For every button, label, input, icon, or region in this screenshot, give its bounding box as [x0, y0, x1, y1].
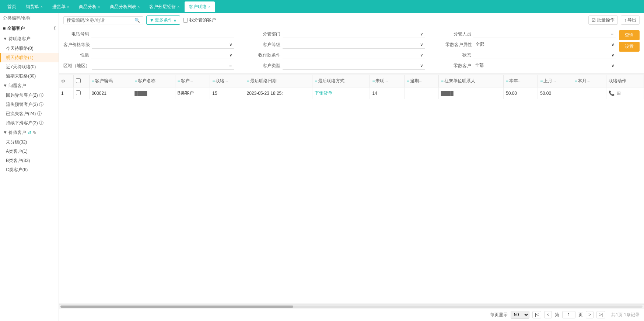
- sidebar-item-c-class[interactable]: C类客户(6): [0, 165, 59, 175]
- my-customers-toggle[interactable]: 我分管的客户: [183, 17, 216, 23]
- customer-level-select[interactable]: ∨: [283, 41, 425, 49]
- nav-purchase-order[interactable]: 进货单 ×: [48, 1, 74, 12]
- filter-retail-attr: 零散客户属性 全部 ∨: [445, 40, 616, 49]
- row-customer-type: B类客户: [175, 87, 210, 99]
- status-select[interactable]: ∨: [473, 51, 616, 59]
- refresh-icon[interactable]: ↺: [28, 130, 31, 135]
- sidebar-item-repurchase-abnormal[interactable]: 回购异常客户(2) ⓘ: [0, 91, 59, 100]
- settings-button[interactable]: 设置: [619, 42, 640, 52]
- my-customers-checkbox[interactable]: [183, 18, 188, 23]
- sidebar-item-a-class[interactable]: A类客户(1): [0, 147, 59, 156]
- customer-type-select[interactable]: ∨: [283, 62, 425, 70]
- prev-page-button[interactable]: <: [544, 311, 552, 318]
- per-page-select[interactable]: 50 100 200: [511, 311, 529, 319]
- close-icon[interactable]: ×: [67, 5, 69, 9]
- page-input[interactable]: [562, 311, 575, 318]
- filter-nature: 性质 ∨: [63, 51, 234, 59]
- chevron-down-icon: ∨: [611, 42, 615, 47]
- chevron-down-icon: ∨: [420, 31, 423, 37]
- last-page-button[interactable]: >|: [596, 311, 605, 318]
- price-level-select[interactable]: ∨: [92, 41, 234, 49]
- col-last-contact-method: ≡最后联络方式: [312, 75, 370, 87]
- sidebar-group-problem[interactable]: ▼ 问题客户: [0, 81, 59, 91]
- nav-customer-contact[interactable]: 客户联络 ×: [185, 1, 215, 12]
- gear-icon[interactable]: ⚙: [61, 79, 65, 84]
- dots-icon: ···: [611, 31, 615, 37]
- sidebar-search-input[interactable]: [3, 15, 58, 21]
- chevron-down-icon: ∨: [611, 63, 615, 68]
- close-icon[interactable]: ×: [177, 5, 179, 9]
- more-conditions-button[interactable]: ▼ 更多条件 ▲: [146, 15, 180, 25]
- nav-home[interactable]: 首页: [3, 1, 21, 12]
- row-code: 000021: [89, 87, 132, 99]
- batch-ops-button[interactable]: ☑ 批量操作: [588, 15, 618, 25]
- dept-select[interactable]: ∨: [283, 30, 425, 38]
- grid-icon[interactable]: ⊞: [617, 90, 621, 96]
- row-last-contact-method[interactable]: 下销货单: [312, 87, 370, 99]
- col-actions: 联络动作: [606, 75, 644, 87]
- region-select[interactable]: ···: [92, 62, 234, 70]
- phone-input[interactable]: [91, 30, 234, 38]
- retail-customer-select[interactable]: 全部 ∨: [473, 61, 616, 70]
- horizontal-scrollbar[interactable]: [59, 304, 644, 308]
- person-select[interactable]: ···: [473, 30, 616, 38]
- payment-select[interactable]: ∨: [283, 51, 425, 59]
- row-contact-count: 15: [210, 87, 244, 99]
- sidebar-group-pending[interactable]: ▼ 待联络客户: [0, 34, 59, 44]
- nature-select[interactable]: ∨: [91, 51, 234, 59]
- sidebar-item-churn-warning[interactable]: 流失预警客户(3) ⓘ: [0, 100, 59, 109]
- col-this-year: ≡本年...: [504, 75, 538, 87]
- sidebar-item-tomorrow[interactable]: 明天待联络(1): [0, 53, 59, 62]
- phone-icon[interactable]: 📞: [609, 90, 615, 96]
- sidebar-item-ungrouped[interactable]: 未分组(32): [0, 138, 59, 147]
- top-nav: 首页 销货单 × 进货单 × 商品分析 × 商品分析列表 × 客户分层经营 × …: [0, 0, 644, 13]
- search-input[interactable]: [67, 18, 133, 23]
- chevron-down-icon: ∨: [420, 63, 423, 68]
- close-icon[interactable]: ×: [41, 5, 43, 9]
- sidebar-search-area: 🔍: [0, 13, 59, 23]
- nav-product-analysis-list[interactable]: 商品分析列表 ×: [105, 1, 144, 12]
- filter-row-2: 客户价格等级 ∨ 客户等级 ∨: [63, 40, 616, 49]
- sidebar-all-customers[interactable]: ■ 全部客户 《: [0, 23, 59, 34]
- scrollbar-thumb[interactable]: [60, 306, 293, 308]
- edit-icon[interactable]: ✎: [33, 130, 36, 135]
- sidebar-group-value[interactable]: ▼ 价值客户 ↺ ✎: [0, 128, 59, 138]
- col-unit-contact: ≡往来单位联系人: [438, 75, 503, 87]
- scrollbar-track[interactable]: [60, 306, 643, 308]
- close-icon[interactable]: ×: [138, 5, 140, 9]
- row-checkbox[interactable]: [73, 87, 89, 99]
- filter-customer-level: 客户等级 ∨: [255, 41, 425, 49]
- checkbox-icon: ☑: [592, 18, 596, 23]
- dots-icon: ···: [229, 63, 232, 68]
- col-last-month: ≡上月...: [538, 75, 572, 87]
- row-this-month: [572, 87, 606, 99]
- sidebar-item-today[interactable]: 今天待联络(0): [0, 44, 59, 53]
- select-all-checkbox[interactable]: [76, 78, 81, 83]
- sidebar-item-declining[interactable]: 持续下滑客户(2) ⓘ: [0, 118, 59, 128]
- search-icon[interactable]: 🔍: [134, 18, 140, 23]
- filter-status: 状态 ∨: [445, 51, 616, 59]
- filter-dept: 分管部门 ∨: [255, 30, 425, 38]
- nav-product-analysis[interactable]: 商品分析 ×: [74, 1, 105, 12]
- export-button[interactable]: ↑ 导出: [621, 15, 640, 25]
- nav-customer-layered[interactable]: 客户分层经营 ×: [145, 1, 184, 12]
- close-icon[interactable]: ×: [208, 5, 210, 9]
- sidebar-item-b-class[interactable]: B类客户(33): [0, 156, 59, 165]
- col-settings[interactable]: ⚙: [59, 75, 73, 87]
- sidebar-item-7days[interactable]: 近7天待联络(0): [0, 62, 59, 72]
- sidebar-item-churned[interactable]: 已流失客户(24) ⓘ: [0, 109, 59, 118]
- row-last-month: 50.00: [538, 87, 572, 99]
- nav-sales-order[interactable]: 销货单 ×: [21, 1, 47, 12]
- close-icon[interactable]: ×: [98, 5, 100, 9]
- filter-phone: 电话号码: [63, 30, 234, 38]
- next-page-button[interactable]: >: [586, 311, 594, 318]
- export-icon: ↑: [624, 18, 626, 23]
- first-page-button[interactable]: |<: [532, 311, 541, 318]
- filter-retail-customer: 零散客户 全部 ∨: [445, 61, 616, 70]
- row-no: 1: [59, 87, 73, 99]
- sidebar-item-overdue[interactable]: 逾期未联络(30): [0, 72, 59, 81]
- col-checkbox[interactable]: [73, 75, 89, 87]
- content-area: 🔍 ▼ 更多条件 ▲ 我分管的客户 ☑ 批量操作 ↑ 导出: [59, 13, 644, 321]
- query-button[interactable]: 查询: [619, 30, 640, 40]
- retail-attr-select[interactable]: 全部 ∨: [474, 40, 616, 49]
